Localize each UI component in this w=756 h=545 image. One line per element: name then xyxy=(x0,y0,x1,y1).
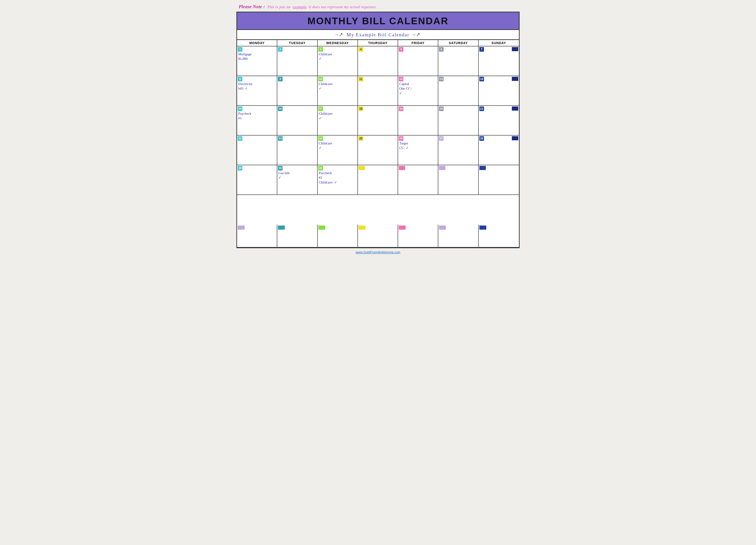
day-num-4: 4 xyxy=(359,47,363,52)
cal-cell-24: 24Childcare✓ xyxy=(318,135,358,165)
cal-cell-30: 30Gas bill-✓ xyxy=(277,165,317,195)
header-monday: MONDAY xyxy=(237,40,277,46)
calendar-title: MONTHLY BILL CALENDAR xyxy=(237,12,519,30)
day-num-29: 29 xyxy=(238,166,242,170)
cal-cell-26: 26TargetCC- ✓ xyxy=(398,135,438,165)
day-num-7: 7 xyxy=(479,47,484,52)
cal-cell-21: 21 xyxy=(479,106,519,135)
day-num-5: 5 xyxy=(399,47,403,52)
sunday-badge xyxy=(512,106,518,111)
day-num-22: 22 xyxy=(238,136,242,141)
cell-note-26: TargetCC- ✓ xyxy=(399,141,437,150)
day-num-24: 24 xyxy=(318,136,323,141)
cell-note-8: Electricitybill- ✓ xyxy=(238,82,276,91)
footer-color-tab xyxy=(318,225,325,230)
footer-color-tab xyxy=(359,225,365,230)
cal-cell-2: 2 xyxy=(277,46,317,76)
cal-cell-14: 14 xyxy=(479,76,519,106)
day-num-8: 8 xyxy=(238,77,242,81)
cal-cell-27: 27 xyxy=(438,135,478,165)
day-num-9: 9 xyxy=(278,77,283,81)
color-tab-empty xyxy=(479,166,486,170)
day-num-26: 26 xyxy=(399,136,403,141)
cal-cell-17: 17Childcare-✓ xyxy=(318,106,358,135)
cal-cell-1: 1Mortgage$1,000 xyxy=(237,46,277,76)
sunday-badge xyxy=(512,136,518,140)
day-num-28: 28 xyxy=(479,136,484,141)
day-num-31: 31 xyxy=(318,166,323,170)
footer-cell-3 xyxy=(358,224,398,247)
day-num-19: 19 xyxy=(399,106,403,111)
day-num-13: 13 xyxy=(439,77,444,81)
cal-cell-11: 11 xyxy=(358,76,398,106)
squiggle-left: ~↗ xyxy=(336,32,343,37)
day-num-10: 10 xyxy=(318,77,323,81)
cal-cell-29: 29 xyxy=(237,165,277,195)
website-link[interactable]: www.GotItFromMyMomma.com xyxy=(356,250,400,255)
cal-cell-12: 12CapitalOne CC-✓ xyxy=(398,76,438,106)
day-num-1: 1 xyxy=(238,47,242,52)
cal-cell-20: 20 xyxy=(438,106,478,135)
cal-cell-23: 23 xyxy=(277,135,317,165)
day-num-11: 11 xyxy=(359,77,363,81)
day-num-23: 23 xyxy=(278,136,283,141)
note-rest: . It does not represent my actual expens… xyxy=(307,5,377,9)
note-example: example xyxy=(293,5,307,9)
cell-note-10: Childcare-✓ xyxy=(319,82,356,91)
cell-note-1: Mortgage$1,000 xyxy=(238,52,276,61)
day-num-12: 12 xyxy=(399,77,403,81)
cell-note-24: Childcare✓ xyxy=(319,141,356,150)
cal-cell-18: 18 xyxy=(358,106,398,135)
cal-cell-13: 13 xyxy=(438,76,478,106)
cell-note-30: Gas bill-✓ xyxy=(278,171,316,180)
cal-cell-empty xyxy=(479,165,519,195)
day-num-16: 16 xyxy=(278,106,283,111)
footer-cell-5 xyxy=(438,224,478,247)
cal-cell-10: 10Childcare-✓ xyxy=(318,76,358,106)
header-friday: FRIDAY xyxy=(398,40,438,46)
sunday-badge xyxy=(512,77,518,81)
cal-cell-16: 16 xyxy=(277,106,317,135)
footer-color-tab xyxy=(238,225,245,230)
cal-cell-19: 19 xyxy=(398,106,438,135)
footer-cell-0 xyxy=(237,224,277,247)
header-thursday: THURSDAY xyxy=(358,40,398,46)
footer-cell-4 xyxy=(398,224,438,247)
calendar-subtitle: ~↗ My Example Bill Calendar ~↗ xyxy=(237,30,519,40)
color-tab-empty xyxy=(399,166,405,170)
day-num-20: 20 xyxy=(439,106,444,111)
day-num-25: 25 xyxy=(359,136,363,141)
cal-cell-5: 5 xyxy=(398,46,438,76)
color-tab-empty xyxy=(439,166,445,170)
cal-cell-empty xyxy=(398,165,438,195)
day-num-6: 6 xyxy=(439,47,444,52)
cal-cell-6: 6 xyxy=(438,46,478,76)
cal-cell-25: 25 xyxy=(358,135,398,165)
subtitle-text: My Example Bill Calendar xyxy=(347,32,410,37)
day-num-18: 18 xyxy=(359,106,363,111)
calendar-grid: 1Mortgage$1,00023Childcare✓45678Electric… xyxy=(237,46,519,224)
calendar-wrapper: MONTHLY BILL CALENDAR ~↗ My Example Bill… xyxy=(236,12,520,248)
day-num-2: 2 xyxy=(278,47,283,52)
cal-cell-9: 9 xyxy=(277,76,317,106)
day-num-21: 21 xyxy=(479,106,484,111)
footer-cell-1 xyxy=(277,224,317,247)
cal-cell-empty xyxy=(358,165,398,195)
day-num-30: 30 xyxy=(278,166,283,170)
cal-cell-8: 8Electricitybill- ✓ xyxy=(237,76,277,106)
footer-color-tab xyxy=(278,225,285,230)
day-num-14: 14 xyxy=(479,77,484,81)
cal-cell-22: 22 xyxy=(237,135,277,165)
footer-cell-6 xyxy=(479,224,519,247)
color-tab-empty xyxy=(359,166,365,170)
day-num-27: 27 xyxy=(439,136,444,141)
header-wednesday: WEDNESDAY xyxy=(318,40,358,46)
cell-note-15: Paycheck#1 xyxy=(238,111,276,121)
cell-note-12: CapitalOne CC-✓ xyxy=(399,82,437,95)
cell-note-3: Childcare✓ xyxy=(319,52,356,61)
squiggle-right: ~↗ xyxy=(413,32,420,37)
footer-color-tab xyxy=(479,225,486,230)
cell-note-17: Childcare-✓ xyxy=(319,111,356,121)
cal-cell-31: 31Paycheck#2Childcare- ✓ xyxy=(318,165,358,195)
day-num-15: 15 xyxy=(238,106,242,111)
